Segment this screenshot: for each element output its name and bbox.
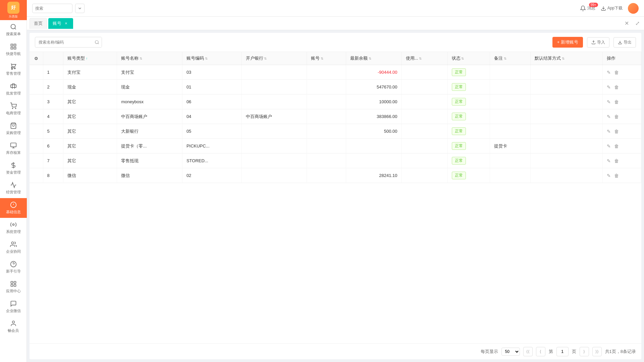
sidebar-item-finance[interactable]: 资金管理 xyxy=(0,159,27,178)
tab-account[interactable]: 账号 × xyxy=(48,18,73,29)
page-input[interactable] xyxy=(556,347,569,356)
cell-code: 03 xyxy=(182,65,241,80)
cell-status: 正常 xyxy=(447,124,490,139)
status-badge: 正常 xyxy=(452,83,466,91)
top-search-input[interactable] xyxy=(32,4,72,13)
import-button[interactable]: 导入 xyxy=(587,37,609,48)
sidebar-item-ecommerce[interactable]: 电商管理 xyxy=(0,99,27,119)
col-gear[interactable]: ⚙ xyxy=(30,52,43,65)
cell-default-settle xyxy=(530,139,602,154)
sidebar-item-label: 零售管理 xyxy=(6,71,21,76)
prev-page-button[interactable]: ⟨ xyxy=(536,347,545,356)
main-area: 消息 99+ App下载 首页 账号 × ✕ ⤢ xyxy=(27,0,644,362)
col-code[interactable]: 账号编码 xyxy=(182,52,241,65)
app-download-button[interactable]: App下载 xyxy=(601,5,623,11)
cell-index: 8 xyxy=(43,168,63,183)
avatar[interactable] xyxy=(628,3,639,14)
sidebar-item-retail[interactable]: 零售管理 xyxy=(0,60,27,79)
col-account[interactable]: 账号 xyxy=(307,52,346,65)
cell-status: 正常 xyxy=(447,80,490,95)
table-row: 6 其它 提货卡（零... PICKUPC... 正常 提货卡 ✎ 🗑 xyxy=(30,139,641,154)
col-bank[interactable]: 开户银行 xyxy=(241,52,307,65)
edit-icon[interactable]: ✎ xyxy=(607,99,611,105)
action-icons: ✎ 🗑 xyxy=(607,84,637,90)
first-page-button[interactable]: ⟨⟨ xyxy=(523,347,533,356)
window-close-button[interactable]: ✕ xyxy=(623,19,631,27)
search-icon xyxy=(95,40,99,45)
delete-icon[interactable]: 🗑 xyxy=(614,70,619,75)
next-page-button[interactable]: ⟩ xyxy=(580,347,589,356)
sidebar-item-cooperation[interactable]: 企业协同 xyxy=(0,238,27,257)
add-account-button[interactable]: + 新增账号 xyxy=(552,37,583,48)
col-type[interactable]: 账号类型 xyxy=(63,52,117,65)
sidebar-item-corp-wechat[interactable]: 企业微信 xyxy=(0,297,27,317)
table-row: 8 微信 微信 02 28241.10 正常 ✎ 🗑 xyxy=(30,168,641,183)
edit-icon[interactable]: ✎ xyxy=(607,143,611,149)
sidebar-item-search[interactable]: 搜索菜单 xyxy=(0,20,27,40)
search-button[interactable] xyxy=(92,37,102,47)
cell-type: 现金 xyxy=(63,80,117,95)
edit-icon[interactable]: ✎ xyxy=(607,84,611,90)
cell-remark: 提货卡 xyxy=(490,139,531,154)
cell-code: 06 xyxy=(182,95,241,109)
logo-icon: 好 xyxy=(7,2,19,14)
status-badge: 正常 xyxy=(452,142,466,150)
per-page-select[interactable]: 50 100 200 xyxy=(501,348,520,356)
cell-status: 正常 xyxy=(447,109,490,124)
cell-bank xyxy=(241,80,307,95)
cell-code: 01 xyxy=(182,80,241,95)
header-right: 消息 99+ App下载 xyxy=(580,3,639,14)
sidebar-item-purchase[interactable]: 采购管理 xyxy=(0,119,27,139)
cell-balance: 28241.10 xyxy=(346,168,401,183)
edit-icon[interactable]: ✎ xyxy=(607,158,611,164)
cell-gear xyxy=(30,124,43,139)
cell-index: 7 xyxy=(43,154,63,168)
notification-button[interactable]: 消息 99+ xyxy=(580,5,595,11)
tab-home[interactable]: 首页 xyxy=(30,18,47,29)
col-action: 操作 xyxy=(602,52,641,65)
sidebar-item-member[interactable]: 畅会员 xyxy=(0,317,27,337)
delete-icon[interactable]: 🗑 xyxy=(614,99,619,105)
edit-icon[interactable]: ✎ xyxy=(607,129,611,134)
edit-icon[interactable]: ✎ xyxy=(607,173,611,178)
cell-type: 微信 xyxy=(63,168,117,183)
search-input[interactable] xyxy=(35,38,92,47)
delete-icon[interactable]: 🗑 xyxy=(614,173,619,178)
sidebar-item-inventory[interactable]: 库存核算 xyxy=(0,139,27,159)
cell-bank xyxy=(241,124,307,139)
col-name[interactable]: 账号名称 xyxy=(117,52,182,65)
sidebar-item-basic-info[interactable]: 基础信息 xyxy=(0,198,27,218)
sidebar-item-guide[interactable]: 新手引导 xyxy=(0,257,27,277)
sidebar-item-system[interactable]: 系统管理 xyxy=(0,218,27,238)
col-status[interactable]: 状态 xyxy=(447,52,490,65)
export-button[interactable]: 导出 xyxy=(613,37,636,48)
svg-point-14 xyxy=(11,242,14,244)
svg-point-6 xyxy=(15,108,16,109)
col-balance[interactable]: 最新余额 xyxy=(346,52,401,65)
cell-status: 正常 xyxy=(447,95,490,109)
sidebar-item-operations[interactable]: 经营管理 xyxy=(0,178,27,198)
status-badge: 正常 xyxy=(452,68,466,76)
cell-name: 大新银行 xyxy=(117,124,182,139)
tab-account-close[interactable]: × xyxy=(63,21,69,26)
dropdown-button[interactable] xyxy=(75,4,85,13)
col-default-settle[interactable]: 默认结算方式 xyxy=(530,52,602,65)
delete-icon[interactable]: 🗑 xyxy=(614,143,619,149)
sidebar-item-wholesale[interactable]: 批发管理 xyxy=(0,79,27,99)
delete-icon[interactable]: 🗑 xyxy=(614,129,619,134)
delete-icon[interactable]: 🗑 xyxy=(614,158,619,164)
edit-icon[interactable]: ✎ xyxy=(607,114,611,119)
cell-bank xyxy=(241,65,307,80)
col-remark[interactable]: 备注 xyxy=(490,52,531,65)
delete-icon[interactable]: 🗑 xyxy=(614,84,619,90)
delete-icon[interactable]: 🗑 xyxy=(614,114,619,119)
tabs-bar: 首页 账号 × ✕ ⤢ xyxy=(27,17,644,30)
cell-type: 其它 xyxy=(63,109,117,124)
last-page-button[interactable]: ⟩⟩ xyxy=(592,347,602,356)
col-usage[interactable]: 使用... xyxy=(401,52,447,65)
sidebar-item-app-center[interactable]: 应用中心 xyxy=(0,277,27,297)
window-maximize-button[interactable]: ⤢ xyxy=(633,19,641,27)
edit-icon[interactable]: ✎ xyxy=(607,70,611,75)
sidebar-item-quick-nav[interactable]: 快捷导航 xyxy=(0,40,27,60)
cell-default-settle xyxy=(530,168,602,183)
